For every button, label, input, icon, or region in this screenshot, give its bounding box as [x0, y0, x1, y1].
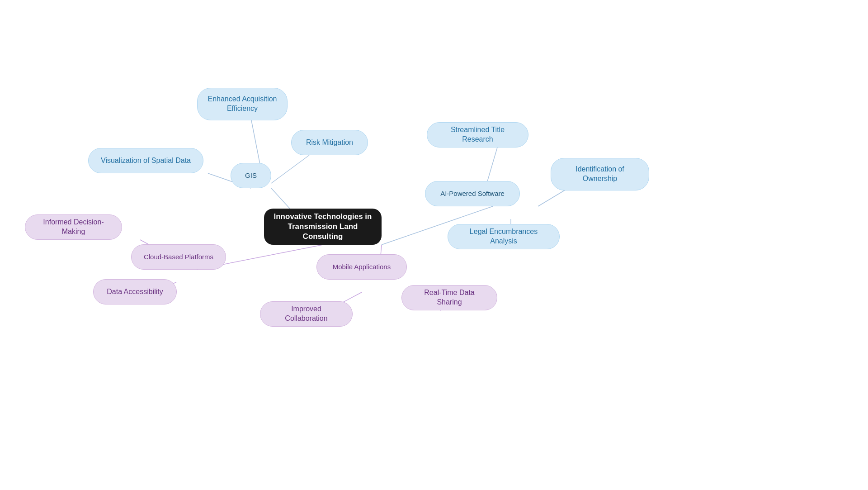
mindmap-container: Innovative Technologies inTransmission L…: [0, 0, 868, 490]
node-risk-mitigation: Risk Mitigation: [291, 130, 368, 155]
node-gis: GIS: [231, 163, 271, 188]
node-streamlined-title: Streamlined Title Research: [427, 122, 528, 147]
node-mobile-applications: Mobile Applications: [316, 254, 407, 280]
svg-line-5: [271, 155, 309, 183]
node-improved-collaboration: Improved Collaboration: [260, 301, 353, 327]
node-ai-software: AI-Powered Software: [425, 181, 520, 206]
node-visualization-spatial: Visualization of Spatial Data: [88, 148, 203, 173]
node-enhanced-acquisition: Enhanced AcquisitionEfficiency: [197, 88, 288, 120]
node-data-accessibility: Data Accessibility: [93, 279, 177, 304]
node-realtime-data-sharing: Real-Time Data Sharing: [401, 285, 497, 310]
node-identification-ownership: Identification of Ownership: [551, 158, 649, 190]
center-node: Innovative Technologies inTransmission L…: [264, 209, 382, 245]
connections-svg: [0, 0, 868, 490]
node-informed-decision: Informed Decision-Making: [25, 214, 122, 240]
node-cloud-platforms: Cloud-Based Platforms: [131, 244, 226, 270]
node-legal-encumbrances: Legal Encumbrances Analysis: [448, 224, 560, 249]
